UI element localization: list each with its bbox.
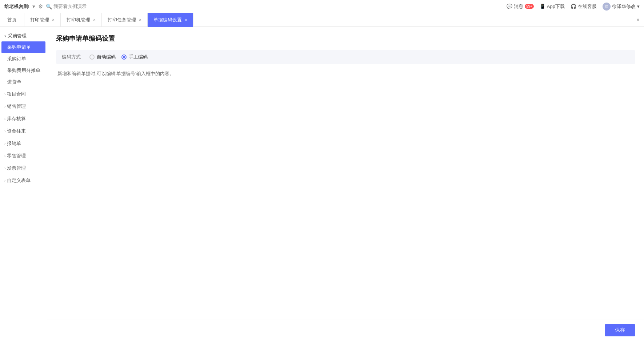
sidebar-group-label-project-contract: 项目合同 xyxy=(7,91,26,97)
tab-print-mgmt-label: 打印管理 xyxy=(30,17,49,23)
arrow-right-icon-inventory: › xyxy=(4,117,5,121)
brand-text: 给老板勿删! xyxy=(4,3,29,10)
message-button[interactable]: 💬 消息 99+ xyxy=(507,3,534,10)
manual-code-radio[interactable] xyxy=(121,54,127,60)
tab-printer-mgmt[interactable]: 打印机管理 × xyxy=(61,13,102,27)
sidebar-group-label-sales-mgmt: 销售管理 xyxy=(7,103,26,110)
sidebar-group-label-inventory: 库存核算 xyxy=(7,116,26,122)
top-bar-right: 💬 消息 99+ 📱 App下载 🎧 在线客服 徐 徐泽华修改 ▾ xyxy=(507,3,640,11)
sidebar-item-purchase-order[interactable]: 采购订单 xyxy=(0,53,47,65)
content-inner: 采购申请单编码设置 编码方式 自动编码 手工编码 新增和编辑单据时,可以编辑'单… xyxy=(47,27,644,320)
sidebar-group-fund-flow[interactable]: › 资金往来 xyxy=(0,125,47,137)
tab-barcode-settings-close[interactable]: × xyxy=(185,17,187,23)
headset-icon: 🎧 xyxy=(571,4,576,9)
tab-print-mgmt-close[interactable]: × xyxy=(52,17,55,23)
sidebar-group-label-custom-forms: 自定义表单 xyxy=(7,177,31,184)
top-bar: 给老板勿删! ▾ ⚙ 🔍 我要看实例演示 💬 消息 99+ 📱 App下载 🎧 … xyxy=(0,0,644,13)
search-icon: 🔍 xyxy=(46,4,52,9)
tab-home[interactable]: 首页 xyxy=(0,13,24,27)
message-icon: 💬 xyxy=(507,4,512,9)
sidebar-group-label-invoice-mgmt: 发票管理 xyxy=(7,165,26,171)
main-layout: ▾ 采购管理 采购申请单 采购订单 采购费用分摊单 进货单 › 项目合同 › 销… xyxy=(0,27,644,340)
sidebar-item-purchase-request[interactable]: 采购申请单 xyxy=(1,41,45,53)
sidebar-group-sales-mgmt[interactable]: › 销售管理 xyxy=(0,100,47,113)
message-badge: 99+ xyxy=(525,4,534,9)
user-name: 徐泽华修改 xyxy=(612,3,636,10)
tab-bar: 首页 打印管理 × 打印机管理 × 打印任务管理 × 单据编码设置 × × xyxy=(0,13,644,27)
tab-print-task-mgmt-close[interactable]: × xyxy=(139,17,141,23)
page-title: 采购申请单编码设置 xyxy=(56,34,635,43)
sidebar-group-project-contract[interactable]: › 项目合同 xyxy=(0,88,47,100)
manual-code-label: 手工编码 xyxy=(129,54,148,60)
sidebar-group-inventory[interactable]: › 库存核算 xyxy=(0,113,47,125)
content-footer: 保存 xyxy=(47,320,644,340)
sidebar-item-purchase-expense[interactable]: 采购费用分摊单 xyxy=(0,65,47,76)
coding-mode-row: 编码方式 自动编码 手工编码 xyxy=(56,50,635,64)
auto-code-radio[interactable] xyxy=(89,54,95,60)
sidebar-group-purchase-mgmt: ▾ 采购管理 采购申请单 采购订单 采购费用分摊单 进货单 xyxy=(0,30,47,88)
coding-mode-label: 编码方式 xyxy=(62,54,81,60)
sidebar-group-header-purchase-mgmt[interactable]: ▾ 采购管理 xyxy=(0,30,47,41)
description-text: 新增和编辑单据时,可以编辑'单据编号'输入框中的内容。 xyxy=(56,70,635,77)
tab-print-mgmt[interactable]: 打印管理 × xyxy=(24,13,61,27)
sidebar-group-retail-mgmt[interactable]: › 零售管理 xyxy=(0,150,47,162)
app-download-icon: 📱 xyxy=(540,4,545,9)
message-label: 消息 xyxy=(514,3,523,10)
sidebar-group-invoice-mgmt[interactable]: › 发票管理 xyxy=(0,162,47,174)
sidebar-group-custom-forms[interactable]: › 自定义表单 xyxy=(0,174,47,187)
app-download-label: App下载 xyxy=(547,3,565,10)
arrow-right-icon-returns: › xyxy=(4,142,5,146)
tab-printer-mgmt-close[interactable]: × xyxy=(93,17,96,23)
online-service-label: 在线客服 xyxy=(578,3,597,10)
search-bar[interactable]: 🔍 我要看实例演示 xyxy=(46,3,87,10)
sidebar: ▾ 采购管理 采购申请单 采购订单 采购费用分摊单 进货单 › 项目合同 › 销… xyxy=(0,27,47,340)
content-area: 采购申请单编码设置 编码方式 自动编码 手工编码 新增和编辑单据时,可以编辑'单… xyxy=(47,27,644,340)
auto-code-label: 自动编码 xyxy=(97,54,116,60)
user-profile[interactable]: 徐 徐泽华修改 ▾ xyxy=(603,3,640,11)
sidebar-group-returns[interactable]: › 报销单 xyxy=(0,137,47,150)
sidebar-group-label-retail-mgmt: 零售管理 xyxy=(7,153,26,159)
tab-barcode-settings-label: 单据编码设置 xyxy=(153,17,182,23)
sidebar-group-label-returns: 报销单 xyxy=(7,140,21,147)
search-text: 我要看实例演示 xyxy=(53,3,87,10)
manual-code-option[interactable]: 手工编码 xyxy=(121,54,148,60)
arrow-right-icon-project: › xyxy=(4,92,5,96)
settings-icon[interactable]: ⚙ xyxy=(38,3,43,10)
tab-print-task-mgmt-label: 打印任务管理 xyxy=(108,17,136,23)
tab-print-task-mgmt[interactable]: 打印任务管理 × xyxy=(102,13,148,27)
sidebar-group-label-purchase-mgmt: 采购管理 xyxy=(8,33,27,39)
online-service-button[interactable]: 🎧 在线客服 xyxy=(571,3,597,10)
user-dropdown-icon: ▾ xyxy=(637,4,640,9)
auto-code-option[interactable]: 自动编码 xyxy=(89,54,116,60)
arrow-right-icon-custom: › xyxy=(4,179,5,183)
tab-home-label: 首页 xyxy=(7,17,17,23)
arrow-right-icon-fund: › xyxy=(4,129,5,133)
sidebar-item-stock-in[interactable]: 进货单 xyxy=(0,76,47,88)
avatar: 徐 xyxy=(603,3,611,11)
tab-barcode-settings[interactable]: 单据编码设置 × xyxy=(148,13,193,27)
dropdown-icon[interactable]: ▾ xyxy=(32,3,35,10)
arrow-right-icon-retail: › xyxy=(4,154,5,158)
sidebar-group-label-fund-flow: 资金往来 xyxy=(7,128,26,134)
tab-printer-mgmt-label: 打印机管理 xyxy=(67,17,90,23)
app-download-button[interactable]: 📱 App下载 xyxy=(540,3,565,10)
arrow-right-icon-invoice: › xyxy=(4,166,5,170)
top-bar-left: 给老板勿删! ▾ ⚙ 🔍 我要看实例演示 xyxy=(4,3,87,10)
arrow-down-icon: ▾ xyxy=(4,34,6,38)
save-button[interactable]: 保存 xyxy=(605,324,635,336)
arrow-right-icon-sales: › xyxy=(4,105,5,109)
tab-bar-close-button[interactable]: × xyxy=(632,17,644,23)
